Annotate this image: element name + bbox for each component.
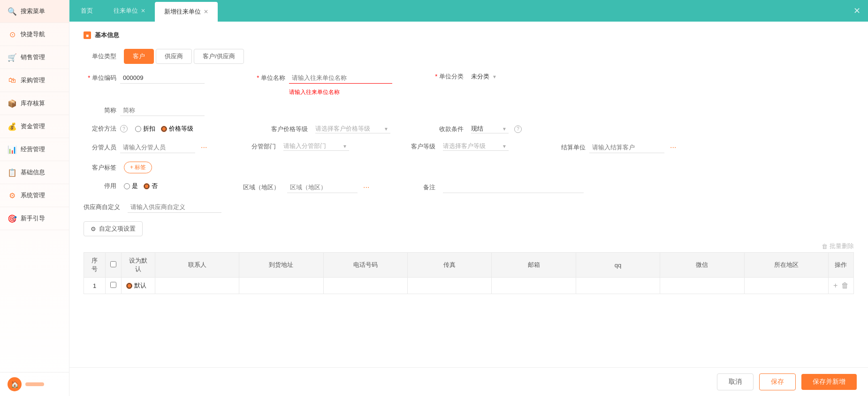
pricing-level-option[interactable]: 价格等级 [161, 124, 193, 133]
sidebar-item-system[interactable]: ⚙ 系统管理 [0, 184, 69, 207]
tabbar-close-btn[interactable]: ✕ [853, 6, 860, 16]
unit-info-row: 单位编码 单位名称 请输入往来单位名称 单位分类 未分类 ▼ [84, 72, 854, 96]
customer-level-select[interactable]: 请选择客户等级 ▼ [443, 142, 509, 151]
inventory-icon: 📦 [8, 99, 17, 108]
sidebar: 🔍 搜索菜单 ⊙ 快捷导航 🛒 销售管理 🛍 采购管理 📦 库存核算 💰 资金管… [0, 0, 69, 396]
th-qq: qq [576, 253, 660, 278]
settlement-input[interactable] [589, 142, 664, 153]
unit-code-input[interactable] [120, 72, 205, 84]
add-row-btn[interactable]: + [833, 281, 838, 289]
custom-settings-btn[interactable]: ⚙ 自定义项设置 [84, 221, 143, 236]
default-radio[interactable] [126, 283, 132, 289]
tab-home-label: 首页 [81, 7, 93, 15]
settlement-dots-btn[interactable]: ··· [668, 143, 678, 152]
supplier-custom-input[interactable] [128, 202, 221, 213]
row-region-input[interactable] [749, 282, 823, 289]
row-checkbox[interactable] [110, 282, 116, 288]
manager-field: 分管人员 ··· [84, 142, 234, 153]
wechat-input[interactable] [665, 282, 739, 289]
fax-input[interactable] [412, 282, 487, 289]
contact-input[interactable] [160, 282, 234, 289]
unit-name-input[interactable] [289, 72, 392, 84]
tab-partner[interactable]: 往来单位 ✕ [104, 0, 155, 22]
manager-dots-btn[interactable]: ··· [199, 143, 209, 152]
unit-code-label: 单位编码 [84, 74, 116, 82]
region-dots-btn[interactable]: ··· [361, 183, 371, 192]
delete-row-btn[interactable]: 🗑 [841, 281, 849, 289]
sidebar-item-inventory[interactable]: 📦 库存核算 [0, 92, 69, 115]
operation-icon: 📊 [8, 145, 17, 154]
sidebar-item-basic[interactable]: 📋 基础信息 [0, 161, 69, 184]
default-radio-option[interactable]: 默认 [126, 281, 150, 290]
th-default: 设为默认 [122, 253, 155, 278]
th-region: 所在地区 [744, 253, 828, 278]
phone-input[interactable] [328, 282, 403, 289]
region-input[interactable] [287, 182, 358, 193]
sidebar-item-sales[interactable]: 🛒 销售管理 [0, 46, 69, 69]
pricing-label: 定价方法 [84, 124, 116, 133]
pricing-discount-option[interactable]: 折扣 [135, 124, 155, 133]
customer-price-select[interactable]: 请选择客户价格等级 ▼ [315, 124, 390, 133]
unit-category-label: 单位分类 [431, 72, 464, 81]
td-address [239, 278, 323, 294]
add-tag-btn[interactable]: + 标签 [124, 162, 152, 173]
manager-input[interactable] [120, 142, 195, 153]
search-icon: 🔍 [8, 7, 17, 16]
tab-new-partner-close[interactable]: ✕ [204, 8, 208, 15]
disabled-yes-option[interactable]: 是 [124, 182, 138, 190]
save-new-button[interactable]: 保存并新增 [801, 374, 857, 390]
pricing-help-icon[interactable]: ? [120, 125, 128, 132]
tab-new-partner-label: 新增往来单位 [164, 8, 201, 16]
unit-type-label: 单位类型 [84, 52, 116, 61]
unit-code-field: 单位编码 [84, 72, 234, 84]
batch-delete-btn[interactable]: 🗑 批量删除 [84, 242, 854, 250]
sidebar-item-label: 快捷导航 [21, 30, 45, 39]
abbr-row: 简称 [84, 105, 854, 116]
disabled-radio-group: 是 否 [124, 182, 158, 190]
tag-label: 客户标签 [84, 163, 116, 172]
th-email: 邮箱 [492, 253, 576, 278]
payment-help-icon[interactable]: ? [514, 125, 522, 133]
abbr-input[interactable] [120, 105, 205, 116]
disabled-yes-radio[interactable] [124, 183, 130, 189]
contact-table: 序号 设为默认 联系人 到货地址 电话号码 传真 邮箱 qq 微信 所在地区 操… [84, 252, 854, 294]
td-qq [576, 278, 660, 294]
disabled-no-option[interactable]: 否 [144, 182, 158, 190]
sidebar-item-purchase[interactable]: 🛍 采购管理 [0, 69, 69, 92]
payment-select[interactable]: 现结 ▼ [471, 124, 509, 133]
pricing-level-radio[interactable] [161, 126, 167, 132]
sidebar-item-operation[interactable]: 📊 经营管理 [0, 138, 69, 161]
th-wechat: 微信 [660, 253, 744, 278]
tab-home[interactable]: 首页 [69, 0, 104, 22]
td-checkbox [106, 278, 122, 294]
btn-type-supplier[interactable]: 供应商 [156, 49, 192, 64]
btn-type-customer[interactable]: 客户 [124, 49, 154, 64]
disabled-row: 停用 是 否 区域（地区） ··· 备注 [84, 182, 854, 193]
email-input[interactable] [496, 282, 571, 289]
unit-category-value: 未分类 [471, 72, 499, 81]
sidebar-item-label: 系统管理 [21, 191, 45, 200]
tab-new-partner[interactable]: 新增往来单位 ✕ [155, 2, 218, 22]
remark-field: 备注 [403, 182, 854, 193]
save-button[interactable]: 保存 [759, 373, 796, 390]
th-phone: 电话号码 [323, 253, 407, 278]
th-no: 序号 [84, 253, 106, 278]
abbr-field: 简称 [84, 105, 234, 116]
sidebar-item-search[interactable]: 🔍 搜索菜单 [0, 0, 69, 23]
pricing-discount-radio[interactable] [135, 126, 141, 132]
select-all-checkbox[interactable] [110, 261, 116, 267]
remark-input[interactable] [443, 182, 584, 193]
disabled-no-radio[interactable] [144, 183, 150, 189]
cancel-button[interactable]: 取消 [717, 373, 754, 390]
qq-input[interactable] [581, 282, 655, 289]
sidebar-item-guide[interactable]: 🎯 新手引导 [0, 207, 69, 230]
tab-partner-close[interactable]: ✕ [141, 8, 145, 14]
sidebar-item-finance[interactable]: 💰 资金管理 [0, 115, 69, 138]
sidebar-item-quicknav[interactable]: ⊙ 快捷导航 [0, 23, 69, 46]
address-input[interactable] [244, 282, 318, 289]
btn-type-both[interactable]: 客户/供应商 [194, 49, 244, 64]
dept-select[interactable]: 请输入分管部门 ▼ [283, 142, 349, 151]
customer-level-placeholder: 请选择客户等级 [443, 142, 509, 151]
table-header-row: 序号 设为默认 联系人 到货地址 电话号码 传真 邮箱 qq 微信 所在地区 操… [84, 253, 854, 278]
abbr-label: 简称 [84, 106, 116, 115]
